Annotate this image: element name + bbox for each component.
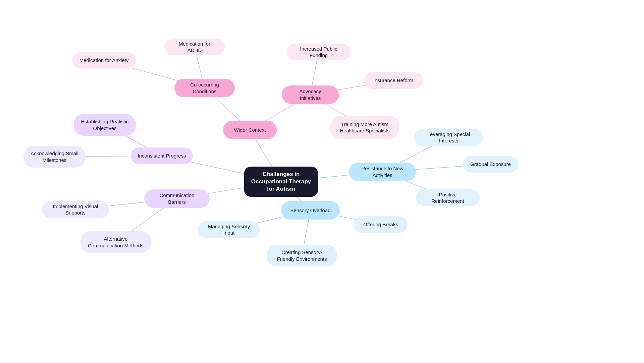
gradual-exposure-node[interactable]: Gradual Exposure xyxy=(463,156,518,173)
training-node[interactable]: Training More Autism Healthcare Speciali… xyxy=(330,116,399,139)
inconsistent-progress-node[interactable]: Inconsistent Progress xyxy=(131,147,193,164)
co-occurring-node[interactable]: Co-occurring Conditions xyxy=(174,79,235,97)
medication-anxiety-node[interactable]: Medication for Anxiety xyxy=(72,52,136,69)
leveraging-node[interactable]: Leveraging Special Interests xyxy=(414,129,483,146)
advocacy-node[interactable]: Advocacy Initiatives xyxy=(282,85,339,104)
communication-barriers-node[interactable]: Communication Barriers xyxy=(144,189,210,208)
sensory-overload-node[interactable]: Sensory Overload xyxy=(281,201,340,220)
resistance-node[interactable]: Resistance to New Activities xyxy=(349,163,416,181)
creating-sensory-node[interactable]: Creating Sensory-Friendly Environments xyxy=(267,245,337,266)
public-funding-node[interactable]: Increased Public Funding xyxy=(287,44,351,60)
establishing-node[interactable]: Establishing Realistic Objectives xyxy=(74,114,136,136)
alternative-comm-node[interactable]: Alternative Communication Methods xyxy=(80,231,151,253)
implementing-visual-node[interactable]: Implementing Visual Supports xyxy=(42,201,109,218)
offering-breaks-node[interactable]: Offering Breaks xyxy=(354,216,408,233)
center-node[interactable]: Challenges in Occupational Therapy for A… xyxy=(244,167,318,197)
positive-reinforcement-node[interactable]: Positive Reinforcement xyxy=(416,189,480,206)
mindmap-container: Challenges in Occupational Therapy for A… xyxy=(0,0,644,363)
insurance-node[interactable]: Insurance Reform xyxy=(364,72,423,89)
acknowledging-node[interactable]: Acknowledging Small Milestones xyxy=(23,146,86,168)
managing-sensory-node[interactable]: Managing Sensory Input xyxy=(198,221,260,238)
medication-adhd-node[interactable]: Medication for ADHD xyxy=(164,39,225,55)
wider-context-node[interactable]: Wider Context xyxy=(223,121,277,139)
